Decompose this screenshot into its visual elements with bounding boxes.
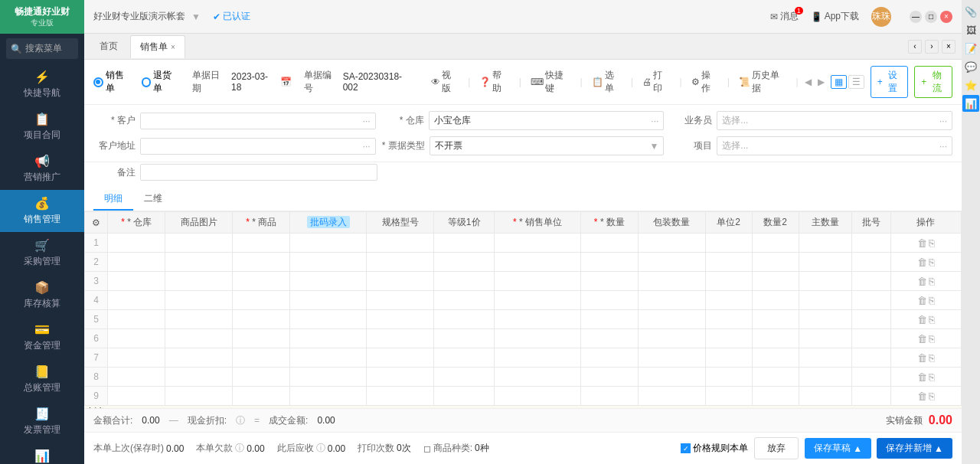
sidebar-item-inventory[interactable]: 📦 库存核算 (0, 274, 84, 316)
table-cell[interactable] (799, 348, 851, 368)
staff-dots[interactable]: ··· (939, 116, 947, 126)
table-cell[interactable] (108, 329, 165, 348)
table-cell[interactable] (233, 310, 290, 329)
sidebar-item-invoice[interactable]: 🧾 发票管理 (0, 400, 84, 443)
table-cell[interactable] (290, 310, 367, 329)
delete-icon[interactable]: 🗑 (917, 352, 927, 364)
staff-input[interactable]: 选择... ··· (717, 111, 952, 130)
logistics-button[interactable]: + 物流 (914, 66, 952, 98)
warehouse-dots[interactable]: ··· (651, 116, 658, 126)
table-cell[interactable] (799, 310, 851, 329)
nav-left-icon[interactable]: ◀ (805, 77, 812, 87)
table-cell[interactable] (108, 291, 165, 310)
window-close-button[interactable]: × (940, 11, 952, 23)
rp-icon-6[interactable]: 📊 (962, 95, 979, 112)
search-menu-button[interactable]: 🔍 搜索菜单 (6, 38, 78, 59)
project-dots[interactable]: ··· (939, 141, 947, 152)
rp-icon-4[interactable]: 💬 (962, 58, 979, 75)
history-button[interactable]: 📜 历史单据 (736, 67, 789, 96)
delete-icon[interactable]: 🗑 (917, 371, 927, 383)
table-cell[interactable] (639, 310, 706, 329)
table-cell[interactable] (108, 348, 165, 368)
table-cell[interactable] (580, 310, 638, 329)
tab-home[interactable]: 首页 (90, 35, 127, 57)
customer-input[interactable]: ··· (140, 113, 376, 129)
table-cell[interactable] (799, 387, 851, 406)
delete-icon[interactable]: 🗑 (917, 237, 927, 249)
table-cell[interactable] (108, 310, 165, 329)
table-cell[interactable] (799, 253, 851, 272)
table-cell[interactable] (165, 253, 233, 272)
table-cell[interactable] (233, 387, 290, 406)
sidebar-item-purchase[interactable]: 🛒 采购管理 (0, 232, 84, 274)
radio-return[interactable]: 退货单 (142, 69, 181, 95)
sidebar-search-area[interactable]: 🔍 搜索菜单 (0, 34, 84, 64)
window-maximize-button[interactable]: □ (925, 11, 937, 23)
set-button[interactable]: + 设置 (871, 66, 909, 98)
table-cell[interactable] (433, 272, 494, 291)
table-cell[interactable] (290, 348, 367, 368)
copy-icon[interactable]: ⎘ (929, 295, 935, 306)
user-avatar-button[interactable]: 珠珠 (871, 7, 891, 27)
table-cell[interactable] (165, 310, 233, 329)
delete-icon[interactable]: 🗑 (917, 295, 927, 306)
delete-icon[interactable]: 🗑 (917, 333, 927, 345)
table-cell[interactable] (752, 234, 799, 253)
table-cell[interactable] (165, 272, 233, 291)
table-cell[interactable] (752, 272, 799, 291)
save-draft-button[interactable]: 保存草稿 ▲ (805, 438, 871, 459)
abandon-button[interactable]: 放弃 (754, 437, 799, 459)
sidebar-item-tax[interactable]: 📊 税务管理 (0, 443, 84, 464)
rp-icon-2[interactable]: 🖼 (962, 21, 979, 38)
copy-icon[interactable]: ⎘ (929, 257, 935, 268)
tab-sales[interactable]: 销售单 × (130, 35, 185, 58)
tab-close-icon[interactable]: × (171, 43, 175, 51)
note-input[interactable] (140, 164, 377, 181)
table-cell[interactable] (290, 329, 367, 348)
sidebar-item-project[interactable]: 📋 项目合同 (0, 106, 84, 148)
operate-button[interactable]: ⚙ 操作 (688, 67, 721, 96)
table-cell[interactable] (290, 291, 367, 310)
help-button[interactable]: ❓ 帮助 (476, 67, 512, 96)
table-cell[interactable] (233, 329, 290, 348)
table-cell[interactable] (851, 253, 890, 272)
table-cell[interactable] (851, 387, 890, 406)
copy-icon[interactable]: ⎘ (929, 390, 935, 402)
copy-icon[interactable]: ⎘ (929, 371, 935, 383)
app-download-button[interactable]: 📱 App下载 (811, 10, 859, 23)
table-cell[interactable] (851, 291, 890, 310)
table-cell[interactable] (639, 348, 706, 368)
copy-icon[interactable]: ⎘ (929, 352, 935, 364)
table-cell[interactable] (705, 368, 752, 387)
table-cell[interactable] (433, 387, 494, 406)
table-cell[interactable] (233, 348, 290, 368)
table-cell[interactable] (233, 253, 290, 272)
table-cell[interactable] (233, 291, 290, 310)
table-cell[interactable] (433, 234, 494, 253)
table-cell[interactable] (367, 368, 434, 387)
table-cell[interactable] (433, 368, 494, 387)
table-cell[interactable] (495, 387, 580, 406)
table-cell[interactable] (799, 291, 851, 310)
table-cell[interactable] (639, 272, 706, 291)
table-cell[interactable] (233, 368, 290, 387)
table-cell[interactable] (580, 234, 638, 253)
table-cell[interactable] (495, 234, 580, 253)
price-check-item[interactable]: ✓ 价格规则本单 (681, 442, 748, 455)
copy-icon[interactable]: ⎘ (929, 314, 935, 325)
rp-icon-5[interactable]: ⭐ (962, 77, 979, 93)
table-cell[interactable] (367, 253, 434, 272)
tab-nav-prev[interactable]: ‹ (908, 40, 922, 54)
table-cell[interactable] (495, 329, 580, 348)
table-cell[interactable] (495, 291, 580, 310)
table-cell[interactable] (367, 272, 434, 291)
table-tab-detail[interactable]: 明细 (93, 188, 133, 211)
price-check-box[interactable]: ✓ (681, 443, 691, 453)
table-cell[interactable] (639, 234, 706, 253)
delete-icon[interactable]: 🗑 (917, 314, 927, 325)
table-cell[interactable] (752, 348, 799, 368)
table-cell[interactable] (580, 291, 638, 310)
table-cell[interactable] (495, 348, 580, 368)
rp-icon-1[interactable]: 📎 (962, 3, 979, 20)
table-cell[interactable] (851, 368, 890, 387)
